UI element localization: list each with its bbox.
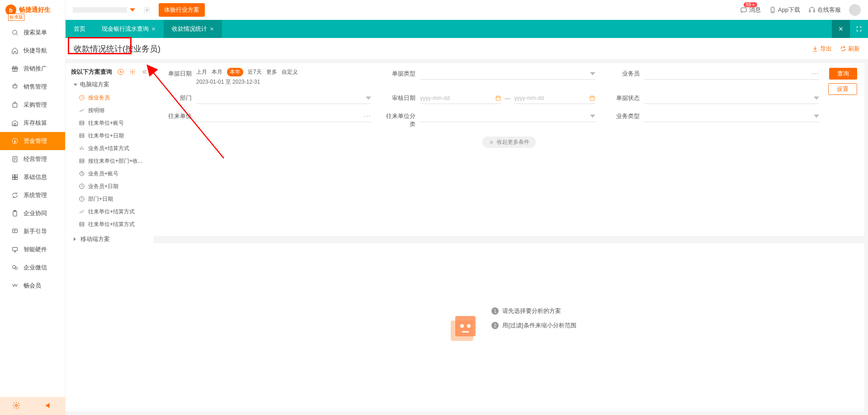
scheme-group-mobile[interactable]: 移动端方案 xyxy=(66,235,154,243)
scheme-group-desktop[interactable]: 电脑端方案 xyxy=(66,80,154,89)
tab-receipt-stats[interactable]: 收款情况统计✕ xyxy=(164,20,222,38)
billtype-select[interactable] xyxy=(420,68,595,80)
fullscreen-button[interactable] xyxy=(850,20,868,38)
nav-guide[interactable]: 新手引导 xyxy=(0,222,65,241)
date-separator: — xyxy=(505,95,511,102)
salesman-picker[interactable]: ··· xyxy=(644,68,819,80)
money-icon xyxy=(11,137,19,145)
edition-badge: 标准版 xyxy=(8,14,24,21)
scheme-settings-icon[interactable] xyxy=(128,68,137,76)
clock-icon xyxy=(78,195,85,203)
scheme-item[interactable]: 业务员+日期 xyxy=(78,180,154,193)
svg-point-0 xyxy=(13,30,17,34)
collapse-filters[interactable]: 收起更多条件 xyxy=(482,137,536,148)
app-download[interactable]: App下载 xyxy=(769,6,800,14)
placeholder-image xyxy=(442,307,482,348)
nav-collab[interactable]: 企业协同 xyxy=(0,204,65,222)
settings-button[interactable]: 设置 xyxy=(828,83,857,95)
svg-point-21 xyxy=(772,11,773,12)
scheme-item[interactable]: 业务员+账号 xyxy=(78,167,154,180)
collapse-panel-icon[interactable] xyxy=(140,68,148,76)
nav-purchase[interactable]: 采购管理 xyxy=(0,96,65,114)
pie-icon xyxy=(78,170,85,177)
svg-rect-13 xyxy=(13,229,18,233)
nav-marketing[interactable]: 营销推广 xyxy=(0,60,65,78)
nav-system[interactable]: 系统管理 xyxy=(0,186,65,204)
nav-quicknav[interactable]: 快捷导航 xyxy=(0,42,65,60)
tab-cashflow[interactable]: 现金银行流水查询✕ xyxy=(94,20,164,38)
scheme-item[interactable]: 按业务员 xyxy=(78,91,154,104)
nav-member[interactable]: 畅会员 xyxy=(0,277,65,295)
page-title: 收款情况统计(按业务员) xyxy=(74,43,160,54)
nav-wechat[interactable]: 企业微信 xyxy=(0,259,65,277)
nav-operation[interactable]: 经营管理 xyxy=(0,150,65,168)
nav-basic[interactable]: 基础信息 xyxy=(0,168,65,186)
nav-label: 资金管理 xyxy=(24,137,47,145)
export-label: 导出 xyxy=(820,45,832,53)
scheme-item[interactable]: 往来单位+账号 xyxy=(78,117,154,129)
refresh-button[interactable]: 刷新 xyxy=(840,45,860,53)
nav-hardware[interactable]: 智能硬件 xyxy=(0,241,65,259)
close-all-tabs[interactable] xyxy=(832,20,850,38)
scheme-item[interactable]: 部门+日期 xyxy=(78,193,154,205)
filter-partyclass: 往来单位分类 xyxy=(385,110,595,128)
settings-icon[interactable] xyxy=(12,401,20,411)
close-icon[interactable]: ✕ xyxy=(151,26,156,32)
tab-label: 首页 xyxy=(74,25,85,33)
chart-icon xyxy=(78,208,85,215)
app-label: App下载 xyxy=(778,6,800,14)
messages[interactable]: 99 + 消息 xyxy=(740,6,761,14)
clock-icon xyxy=(78,94,85,101)
scheme-item[interactable]: 往来单位+日期 xyxy=(78,129,154,142)
auditdate-from[interactable]: yyyy-mm-dd xyxy=(420,92,501,104)
billstatus-select[interactable] xyxy=(644,92,819,104)
nav-label: 营销推广 xyxy=(24,65,47,73)
scheme-item[interactable]: 往来单位+结算方式 xyxy=(78,218,154,231)
topbar: 体验行业方案 99 + 消息 App下载 在线客服 xyxy=(66,0,868,20)
biztype-select[interactable] xyxy=(644,110,819,122)
party-picker[interactable]: ··· xyxy=(196,110,371,122)
quick-more[interactable]: 更多 xyxy=(266,68,277,76)
nav-label: 经营管理 xyxy=(24,155,47,163)
customer-service[interactable]: 在线客服 xyxy=(808,6,841,14)
nav-inventory[interactable]: 库存核算 xyxy=(0,114,65,132)
settings-button[interactable] xyxy=(141,4,153,16)
quick-last7[interactable]: 近7天 xyxy=(248,68,262,76)
nav-sales[interactable]: 销售管理 xyxy=(0,78,65,96)
scheme-item[interactable]: 往来单位+结算方式 xyxy=(78,205,154,218)
close-icon[interactable]: ✕ xyxy=(210,26,214,32)
bar-icon xyxy=(78,145,85,152)
auditdate-to[interactable]: yyyy-mm-dd xyxy=(514,92,595,104)
nav-label: 采购管理 xyxy=(24,101,47,109)
scheme-item[interactable]: 业务员+结算方式 xyxy=(78,142,154,155)
quick-custom[interactable]: 自定义 xyxy=(282,68,298,76)
export-button[interactable]: 导出 xyxy=(812,45,832,53)
add-scheme-icon[interactable] xyxy=(117,68,125,76)
nav: 搜索菜单 快捷导航 营销推广 销售管理 采购管理 库存核算 资金管理 经营管理 … xyxy=(0,20,65,397)
nav-search[interactable]: 搜索菜单 xyxy=(0,24,65,42)
quick-last-month[interactable]: 上月 xyxy=(196,68,207,76)
svg-rect-23 xyxy=(813,10,815,12)
company-name-mask xyxy=(73,7,127,13)
trial-button[interactable]: 体验行业方案 xyxy=(159,3,205,17)
tab-home[interactable]: 首页 xyxy=(66,20,94,38)
company-selector[interactable] xyxy=(73,7,135,13)
quick-this-month[interactable]: 本月 xyxy=(212,68,222,76)
nav-finance[interactable]: 资金管理 xyxy=(0,132,65,150)
chart-icon xyxy=(78,107,85,114)
filter-billstatus: 单据状态 xyxy=(609,92,819,104)
sound-icon[interactable] xyxy=(45,401,53,411)
svg-rect-14 xyxy=(13,247,18,250)
partyclass-select[interactable] xyxy=(420,110,595,122)
scheme-label: 业务员+结算方式 xyxy=(88,145,129,152)
filter-auditdate: 审核日期 yyyy-mm-dd — yyyy-mm-dd xyxy=(385,92,595,104)
nav-label: 畅会员 xyxy=(24,282,41,290)
quick-this-year[interactable]: 本年 xyxy=(227,68,243,76)
scheme-item[interactable]: 按明细 xyxy=(78,104,154,117)
avatar[interactable] xyxy=(849,4,861,16)
svg-rect-3 xyxy=(13,104,17,108)
scheme-item[interactable]: 按往来单位+部门+收... xyxy=(78,155,154,167)
query-button[interactable]: 查询 xyxy=(829,68,857,80)
dept-select[interactable] xyxy=(196,92,371,104)
msg-badge: 99 + xyxy=(744,2,757,7)
